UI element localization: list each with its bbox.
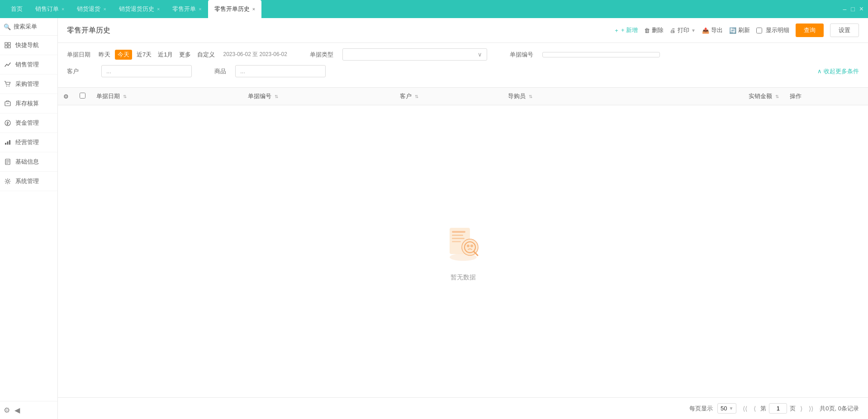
svg-rect-14 [452,241,461,242]
filter-area: 单据日期 昨天 今天 近7天 近1月 更多 自定义 2023-06-02 至 2… [58,43,868,88]
select-all-checkbox[interactable] [80,93,85,99]
table-col-customer[interactable]: 客户 ⇅ [394,88,503,105]
sidebar-collapse-icon[interactable]: ◀ [14,406,20,414]
sidebar-gear-icon[interactable]: ⚙ [4,406,10,414]
print-button[interactable]: 🖨 打印 ▼ [670,26,696,34]
add-button[interactable]: + + 新增 [615,26,638,34]
tab-sales-return[interactable]: 销货退货 × [71,0,112,18]
sidebar-item-sales-mgmt[interactable]: 销售管理 [0,55,57,75]
table-settings-icon[interactable]: ⚙ [63,93,69,100]
sidebar-item-basic-info[interactable]: 基础信息 [0,152,57,172]
shortcut-yesterday[interactable]: 昨天 [97,50,112,60]
table-col-action: 操作 [784,88,868,105]
basic-info-icon [4,158,12,166]
pagination: 每页显示 50 ▼ ⟨⟨ ⟨ 第 页 ⟩ ⟩⟩ 共0页, 0条记录 [58,397,868,419]
sidebar-item-system[interactable]: 系统管理 [0,172,57,191]
window-max-btn[interactable]: □ [851,5,854,13]
empty-icon [441,221,486,266]
shortcut-today[interactable]: 今天 [115,50,132,60]
close-tab-retail-open[interactable]: × [199,6,201,12]
sidebar-bottom: ⚙ ◀ [0,401,57,419]
main-layout: 🔍 搜索采单 快捷导航 销售管理 采购管理 库存核算 [0,18,868,419]
date-shortcuts: 昨天 今天 近7天 近1月 更多 自定义 [97,50,217,60]
system-icon [4,177,12,185]
sidebar-item-inventory[interactable]: 库存核算 [0,94,57,113]
date-sort-icon: ⇅ [123,94,127,99]
product-input[interactable]: ... [235,65,326,77]
table-col-checkbox[interactable] [74,88,91,105]
page-title: 零售开单历史 [67,26,110,41]
sidebar-item-finance[interactable]: 资金管理 [0,113,57,133]
collapse-up-icon: ∧ [817,68,822,75]
first-page-btn[interactable]: ⟨⟨ [741,404,749,413]
tab-retail-open[interactable]: 零售开单 × [166,0,208,18]
print-dropdown-icon: ▼ [691,28,696,33]
doc-no-label: 单据编号 [510,51,533,59]
product-label: 商品 [214,67,226,75]
toolbar: + + 新增 🗑 删除 🖨 打印 ▼ 📤 导出 🔄 [615,24,859,42]
sidebar-item-quick-nav[interactable]: 快捷导航 [0,36,57,55]
collapse-btn[interactable]: ∧ 收起更多条件 [817,67,859,75]
query-button[interactable]: 查询 [796,24,824,37]
customer-input[interactable]: ... [101,65,192,77]
svg-rect-5 [7,141,9,145]
page-number-input[interactable] [769,403,787,414]
display-detail-checkbox[interactable] [756,28,762,33]
per-page-arrow: ▼ [729,406,733,411]
refresh-button[interactable]: 🔄 刷新 [729,26,750,34]
close-tab-retail-open-history[interactable]: × [252,6,255,12]
next-page-btn[interactable]: ⟩ [798,404,804,413]
svg-rect-4 [5,143,6,145]
sidebar-search[interactable]: 🔍 搜索采单 [0,18,57,36]
last-page-btn[interactable]: ⟩⟩ [807,404,815,413]
amount-sort-icon: ⇅ [775,94,779,99]
window-min-btn[interactable]: – [843,5,846,13]
doc-no-input[interactable] [542,52,660,57]
export-button[interactable]: 📤 导出 [702,26,723,34]
svg-point-18 [467,245,470,247]
table-col-amount[interactable]: 实销金额 ⇅ [632,88,784,105]
tab-sales-order[interactable]: 销售订单 × [29,0,71,18]
page-header: 零售开单历史 + + 新增 🗑 删除 🖨 打印 ▼ 📤 导出 [58,18,868,43]
prev-page-btn[interactable]: ⟨ [752,404,758,413]
display-detail-button[interactable]: 显示明细 [756,26,789,34]
top-bar: 零售开单历史 首页 销售订单 × 销货退货 × 销货退货历史 × 零售开单 × … [0,0,868,18]
tab-home[interactable]: 零售开单历史 首页 [5,0,29,18]
delete-icon: 🗑 [644,27,650,34]
sidebar-item-operations[interactable]: 经营管理 [0,133,57,152]
no-sort-icon: ⇅ [275,94,278,99]
table-col-settings[interactable]: ⚙ [58,88,74,105]
table-col-guide[interactable]: 导购员 ⇅ [503,88,632,105]
export-icon: 📤 [702,27,709,34]
table-col-no[interactable]: 单据编号 ⇅ [242,88,394,105]
print-icon: 🖨 [670,27,676,34]
svg-point-8 [7,180,9,183]
window-close-btn[interactable]: × [859,5,863,13]
tab-sales-return-history[interactable]: 销货退货历史 × [113,0,166,18]
add-icon: + [615,27,618,34]
shortcut-more[interactable]: 更多 [177,50,193,60]
sidebar-item-purchase-mgmt[interactable]: 采购管理 [0,75,57,94]
setting-button[interactable]: 设置 [830,24,859,37]
close-tab-sales-return[interactable]: × [103,6,106,12]
svg-rect-12 [452,235,463,236]
table-col-date[interactable]: 单据日期 ⇅ [91,88,242,105]
shortcut-1month[interactable]: 近1月 [156,50,175,60]
shortcut-custom[interactable]: 自定义 [195,50,217,60]
search-icon: 🔍 [4,24,11,30]
svg-point-1 [9,86,9,87]
finance-icon [4,119,12,127]
inventory-icon [4,99,12,108]
doc-type-select[interactable]: ∨ [342,48,487,61]
shortcut-7days[interactable]: 近7天 [135,50,153,60]
tab-retail-open-history[interactable]: 零售开单历史 × [208,0,261,18]
close-tab-sales-return-history[interactable]: × [157,6,160,12]
refresh-icon: 🔄 [729,27,736,34]
table-header: ⚙ 单据日期 ⇅ 单据编号 ⇅ [58,88,868,105]
customer-label: 客户 [67,67,92,75]
close-tab-sales-order[interactable]: × [62,6,64,12]
empty-text: 暂无数据 [451,273,476,282]
per-page-select[interactable]: 50 ▼ [717,403,736,414]
delete-button[interactable]: 🗑 删除 [644,26,664,34]
customer-sort-icon: ⇅ [415,94,418,99]
